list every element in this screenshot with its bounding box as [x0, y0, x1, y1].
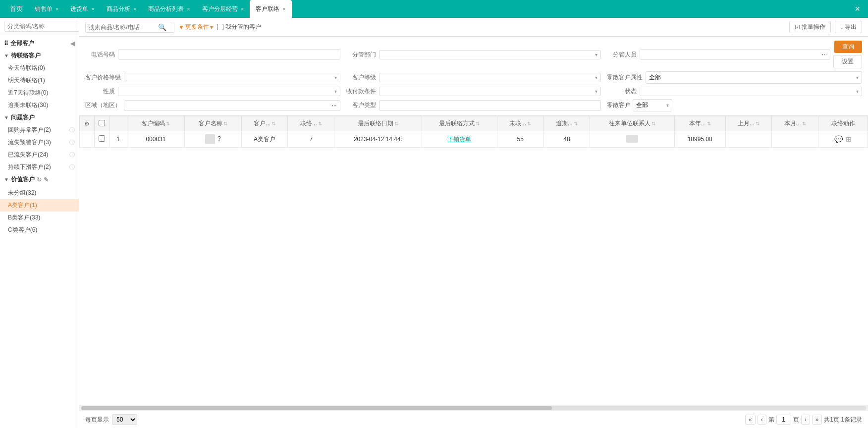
category-search-input[interactable]: [4, 21, 79, 32]
th-overdue[interactable]: 逾期...⇅: [543, 116, 590, 131]
nav-analysis-close[interactable]: ×: [133, 6, 136, 12]
customer-type-input[interactable]: [379, 100, 601, 111]
last-method-link[interactable]: 下销货单: [447, 136, 471, 143]
sidebar-item-overdue[interactable]: 逾期未联络(30): [0, 99, 79, 111]
person-select[interactable]: ···: [640, 49, 830, 60]
sparse-attr-label: 零散客户属性: [607, 73, 643, 82]
sidebar-item-ungrouped[interactable]: 未分组(32): [0, 187, 79, 199]
sidebar-item-today[interactable]: 今天待联络(0): [0, 62, 79, 74]
page-size-select[interactable]: 50 20 100: [112, 414, 137, 425]
sidebar-collapse-icon[interactable]: ◀: [70, 40, 75, 47]
th-check[interactable]: [95, 116, 109, 131]
sidebar-item-7days[interactable]: 近7天待联络(0): [0, 87, 79, 99]
horizontal-scrollbar[interactable]: [79, 405, 868, 411]
th-contact[interactable]: 联络...⇅: [288, 116, 334, 131]
sidebar-item-abnormal[interactable]: 回购异常客户(2) ⓘ: [0, 124, 79, 136]
filter-row-status: 状态 ▾: [607, 87, 862, 96]
th-gear[interactable]: ⚙: [80, 116, 95, 131]
status-select[interactable]: ▾: [640, 87, 862, 96]
first-page-button[interactable]: «: [745, 415, 756, 425]
customer-level-select[interactable]: ▾: [379, 73, 601, 82]
last-page-button[interactable]: »: [812, 415, 822, 425]
th-last-month[interactable]: 上月...⇅: [725, 116, 772, 131]
price-level-select[interactable]: ▾: [124, 73, 340, 82]
nav-purchase[interactable]: 进货单 ×: [64, 0, 100, 18]
main-search-icon[interactable]: 🔍: [158, 23, 166, 31]
qr-icon[interactable]: ⊞: [846, 135, 852, 143]
nav-analysis-list[interactable]: 商品分析列表 ×: [142, 0, 196, 18]
nav-customer-segment[interactable]: 客户分层经营 ×: [196, 0, 250, 18]
row-checkbox[interactable]: [99, 135, 105, 142]
region-select[interactable]: ···: [124, 100, 340, 111]
grid-icon: ⠿: [4, 40, 8, 47]
prev-page-button[interactable]: ‹: [758, 415, 766, 425]
sidebar-item-churn-warning[interactable]: 流失预警客户(3) ⓘ: [0, 136, 79, 149]
sidebar-item-class-a[interactable]: A类客户(1): [0, 199, 79, 212]
th-level[interactable]: 客户...⇅: [241, 116, 288, 131]
customer-avatar: [205, 134, 215, 144]
nav-customer-segment-close[interactable]: ×: [241, 6, 244, 12]
edit-icon[interactable]: ✎: [44, 176, 49, 183]
pending-arrow-icon: ▼: [4, 53, 9, 58]
td-overdue: 48: [543, 131, 590, 148]
chat-icon[interactable]: 💬: [834, 135, 843, 143]
phone-input[interactable]: [118, 49, 340, 60]
nav-analysis-list-close[interactable]: ×: [187, 6, 190, 12]
query-button[interactable]: 查询: [834, 41, 862, 53]
sparse-customer-select[interactable]: 全部 ▾: [633, 99, 672, 111]
info-icon-churn-warning: ⓘ: [69, 139, 75, 146]
problem-arrow-icon: ▼: [4, 115, 9, 120]
main-search-input[interactable]: [89, 24, 158, 31]
th-last-date[interactable]: 最后联络日期⇅: [334, 116, 422, 131]
refresh-icon[interactable]: ↻: [37, 176, 42, 183]
th-name[interactable]: 客户名称⇅: [184, 116, 241, 131]
th-last-method[interactable]: 最后联络方式⇅: [422, 116, 497, 131]
all-customers-title[interactable]: ⠿ 全部客户 ◀: [0, 37, 79, 50]
nav-purchase-close[interactable]: ×: [91, 6, 94, 12]
th-year-amount[interactable]: 本年...⇅: [674, 116, 725, 131]
scroll-track[interactable]: [81, 406, 866, 410]
my-customer-checkbox[interactable]: [217, 24, 223, 30]
filter-row-nature: 性质 ▾: [85, 87, 340, 96]
dept-select[interactable]: ▾: [379, 50, 601, 59]
sidebar-item-tomorrow[interactable]: 明天待联络(1): [0, 74, 79, 87]
price-level-chevron-icon: ▾: [334, 75, 337, 80]
chevron-down-icon: ▾: [210, 24, 213, 31]
filter-row-person: 分管人员 ··· 查询 设置: [607, 41, 862, 68]
nav-analysis[interactable]: 商品分析 ×: [101, 0, 142, 18]
batch-operation-button[interactable]: ☑ 批量操作: [789, 21, 831, 33]
nav-customer-contact[interactable]: 客户联络 ×: [250, 0, 291, 18]
person-badge: [626, 135, 638, 143]
th-no-contact[interactable]: 未联...⇅: [497, 116, 543, 131]
close-all-button[interactable]: ×: [851, 4, 864, 14]
td-last-method[interactable]: 下销货单: [422, 131, 497, 148]
payment-select[interactable]: ▾: [379, 87, 601, 96]
my-customer-filter[interactable]: 我分管的客户: [217, 23, 261, 31]
nav-sales-close[interactable]: ×: [55, 6, 58, 12]
next-page-button[interactable]: ›: [801, 415, 810, 425]
td-check[interactable]: [95, 131, 109, 148]
sidebar-item-class-b[interactable]: B类客户(33): [0, 212, 79, 224]
main-search-box[interactable]: 🔍: [85, 22, 174, 33]
nav-sales[interactable]: 销售单 ×: [29, 0, 64, 18]
nav-customer-contact-close[interactable]: ×: [282, 6, 285, 12]
export-button[interactable]: ↓ 导出: [835, 21, 862, 33]
th-this-month[interactable]: 本月...⇅: [772, 116, 818, 131]
th-person[interactable]: 往来单位联系人⇅: [590, 116, 674, 131]
sidebar-item-declining[interactable]: 持续下滑客户(2) ⓘ: [0, 161, 79, 173]
page-number-input[interactable]: [776, 415, 791, 425]
th-code[interactable]: 客户编码⇅: [127, 116, 184, 131]
sidebar-item-churned[interactable]: 已流失客户(24) ⓘ: [0, 149, 79, 161]
sidebar-content: ⠿ 全部客户 ◀ ▼ 待联络客户 今天待联络(0) 明天待联络(1) 近7天待联…: [0, 35, 79, 428]
setting-button[interactable]: 设置: [833, 55, 862, 68]
value-group-title[interactable]: ▼ 价值客户 ↻ ✎: [0, 173, 79, 186]
scroll-thumb[interactable]: [81, 406, 552, 410]
sparse-attr-select[interactable]: 全部 ▾: [646, 71, 862, 84]
nav-home[interactable]: 首页: [4, 0, 29, 18]
nature-select[interactable]: ▾: [118, 87, 340, 96]
sidebar-item-class-c[interactable]: C类客户(6): [0, 224, 79, 236]
pending-group-title[interactable]: ▼ 待联络客户: [0, 50, 79, 62]
more-filter-button[interactable]: ▼ 更多条件 ▾: [178, 23, 213, 31]
problem-group-title[interactable]: ▼ 问题客户: [0, 111, 79, 124]
select-all-checkbox[interactable]: [99, 120, 105, 126]
